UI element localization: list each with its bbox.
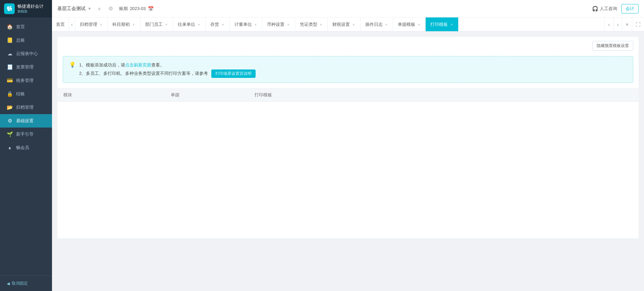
sidebar-nav: 🏠 首页 📒 总账 ☁ 云报表中心 🧾 发票管理 💳 税务管理 🔒 结账 📂 归… <box>0 17 52 276</box>
tab-close-icon[interactable]: × <box>165 22 168 27</box>
tab-expand[interactable]: ⛶ <box>632 17 644 32</box>
reports-icon: ☁ <box>7 51 13 57</box>
topbar-right: 🎧 人工咨询 会计 <box>592 4 639 13</box>
help-button[interactable]: 🎧 人工咨询 <box>592 6 617 12</box>
guide-icon: 🌱 <box>7 131 13 137</box>
company-name: 基层工会测试 <box>57 6 86 12</box>
sidebar-item-invoice[interactable]: 🧾 发票管理 <box>0 60 52 74</box>
sidebar-item-tax[interactable]: 💳 税务管理 <box>0 74 52 87</box>
calendar-icon[interactable]: 📅 <box>148 6 154 11</box>
sidebar-item-ledger[interactable]: 📒 总账 <box>0 34 52 47</box>
sidebar-item-label: 发票管理 <box>16 64 34 70</box>
tab-close-icon[interactable]: × <box>221 22 224 27</box>
sidebar-item-reports[interactable]: ☁ 云报表中心 <box>0 47 52 60</box>
tab-subjects[interactable]: 科目期初 × <box>108 17 140 32</box>
tab-close-icon[interactable]: × <box>417 22 421 27</box>
tab-oplog[interactable]: 操作日志 × <box>361 17 393 32</box>
content-inner: 隐藏预置模板设置 💡 1、模板添加成功后，请点击刷新页面查看。 2、多员工、多打… <box>57 37 639 238</box>
tab-close-icon[interactable]: × <box>132 22 135 27</box>
tab-label: 凭证类型 <box>300 21 317 28</box>
tab-label: 科目期初 <box>112 21 130 28</box>
tab-receipt[interactable]: 单据模板 × <box>393 17 426 32</box>
home-icon: 🏠 <box>7 24 13 30</box>
tab-stock[interactable]: 存货 × <box>206 17 229 32</box>
sidebar-item-label: 基础设置 <box>16 118 34 124</box>
sidebar-item-label: 税务管理 <box>16 78 34 84</box>
notice-line2: 2、多员工、多打印机、多种业务类型设置不同打印方案等，请参考 打印场景设置宜说明 <box>79 69 256 78</box>
tab-label: 单据模板 <box>398 21 415 28</box>
sidebar-item-basic[interactable]: ⚙ 基础设置 <box>0 114 52 128</box>
topbar: 基层工会测试 ▼ ＋ ⚙ 账期 2023-03 📅 🎧 人工咨询 会计 <box>52 0 644 17</box>
notice-box: 💡 1、模板添加成功后，请点击刷新页面查看。 2、多员工、多打印机、多种业务类型… <box>63 56 633 83</box>
basic-icon: ⚙ <box>7 118 13 124</box>
tab-nav-back[interactable]: ‹ <box>69 17 75 32</box>
user-button[interactable]: 会计 <box>621 4 639 13</box>
period-display: 账期 2023-03 📅 <box>119 6 154 12</box>
tab-close-icon[interactable]: × <box>450 22 453 27</box>
tab-nav-prev[interactable]: ‹ <box>604 17 613 32</box>
sidebar-item-member[interactable]: ♦ 畅会员 <box>0 141 52 154</box>
period-value: 2023-03 <box>130 6 146 11</box>
sidebar-unpin[interactable]: ◀ 取消固定 <box>0 276 52 291</box>
tab-close-all[interactable]: × <box>622 17 632 32</box>
tab-close-icon[interactable]: × <box>254 22 257 27</box>
main: 基层工会测试 ▼ ＋ ⚙ 账期 2023-03 📅 🎧 人工咨询 会计 首页 ‹… <box>52 0 644 291</box>
headset-icon: 🎧 <box>592 6 598 12</box>
tab-taxset[interactable]: 财税设置 × <box>328 17 360 32</box>
tab-label: 部门员工 <box>145 21 163 28</box>
settings-icon[interactable]: ⚙ <box>107 5 114 12</box>
tax-icon: 💳 <box>7 78 13 84</box>
tab-actions: ‹ › × ⛶ <box>604 17 644 32</box>
sidebar-item-label: 首页 <box>16 24 25 30</box>
content-area: 隐藏预置模板设置 💡 1、模板添加成功后，请点击刷新页面查看。 2、多员工、多打… <box>52 32 644 291</box>
tab-label: 打印模板 <box>430 21 448 28</box>
tab-close-icon[interactable]: × <box>99 22 103 27</box>
tab-print[interactable]: 打印模板 × <box>426 17 458 32</box>
tab-label: 操作日志 <box>365 21 383 28</box>
tab-close-icon[interactable]: × <box>319 22 323 27</box>
tab-currency[interactable]: 币种设置 × <box>262 17 295 32</box>
logo-icon: 畅 <box>4 3 15 14</box>
tab-home[interactable]: 首页 <box>52 17 69 32</box>
ledger-icon: 📒 <box>7 37 13 43</box>
tab-dept[interactable]: 部门员工 × <box>141 17 173 32</box>
sidebar-item-label: 畅会员 <box>16 145 29 151</box>
tab-close-icon[interactable]: × <box>385 22 388 27</box>
sidebar-item-label: 结账 <box>16 91 25 97</box>
company-selector[interactable]: 基层工会测试 ▼ <box>57 6 92 12</box>
settle-icon: 🔒 <box>7 91 13 97</box>
unpin-icon: ◀ <box>7 281 10 286</box>
tab-archive[interactable]: 归档管理 × <box>75 17 108 32</box>
company-arrow-icon: ▼ <box>88 6 92 11</box>
col-template: 打印模板 <box>249 89 639 101</box>
sidebar-item-label: 总账 <box>16 37 25 43</box>
tab-nav-next[interactable]: › <box>613 17 622 32</box>
print-scene-button[interactable]: 打印场景设置宜说明 <box>211 69 256 78</box>
tab-label: 财税设置 <box>332 21 350 28</box>
tab-home-label: 首页 <box>56 21 65 28</box>
archive-icon: 📂 <box>7 104 13 110</box>
sidebar-item-home[interactable]: 🏠 首页 <box>0 20 52 34</box>
col-module: 模块 <box>57 89 165 101</box>
sidebar-item-guide[interactable]: 🌱 新手引导 <box>0 128 52 141</box>
bulb-icon: 💡 <box>69 61 76 68</box>
col-receipt: 单据 <box>165 89 249 101</box>
sidebar-item-settle[interactable]: 🔒 结账 <box>0 87 52 101</box>
hide-preview-button[interactable]: 隐藏预置模板设置 <box>592 41 633 51</box>
tab-close-icon[interactable]: × <box>286 22 290 27</box>
add-tab-button[interactable]: ＋ <box>95 5 104 13</box>
tab-close-icon[interactable]: × <box>197 22 201 27</box>
sidebar-item-label: 归档管理 <box>16 104 34 110</box>
sidebar-item-archive[interactable]: 📂 归档管理 <box>0 101 52 114</box>
top-actions: 隐藏预置模板设置 <box>57 37 639 51</box>
tab-partner[interactable]: 往来单位 × <box>173 17 206 32</box>
refresh-link[interactable]: 点击刷新页面 <box>125 62 151 67</box>
table-header: 模块 单据 打印模板 <box>57 88 639 102</box>
period-label: 账期 <box>119 6 128 12</box>
tabbar: 首页 ‹ 归档管理 × 科目期初 × 部门员工 × 往来单位 × 存货 × 计量… <box>52 17 644 32</box>
tab-measure[interactable]: 计量单位 × <box>230 17 262 32</box>
tab-voucher[interactable]: 凭证类型 × <box>295 17 328 32</box>
tab-close-icon[interactable]: × <box>352 22 355 27</box>
sidebar-item-label: 新手引导 <box>16 131 34 137</box>
sidebar-logo: 畅 畅捷通好会计 旗舰版 <box>0 0 52 17</box>
